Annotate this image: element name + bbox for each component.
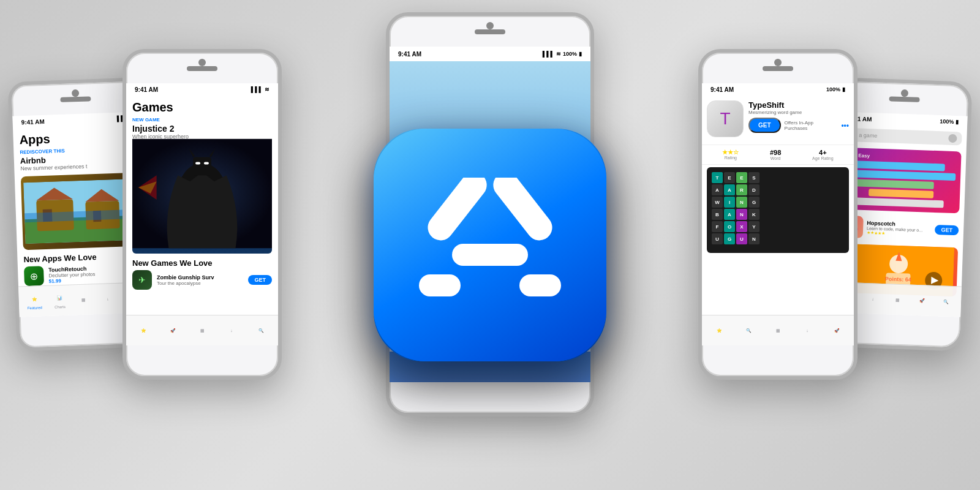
featured-icon-4: ⭐ [713, 325, 725, 337]
zombie-icon: ✈ [132, 270, 152, 290]
word-row-4: B A N K [712, 209, 844, 220]
cell-b1: B [712, 209, 723, 220]
icons-5: 100% ▮ [940, 118, 959, 125]
updates-icon-1: ↓ [102, 293, 115, 306]
icons-3: ▌▌▌ ≋ 100% ▮ [543, 51, 582, 57]
typeshift-icon: T [707, 100, 744, 137]
tab-layers-4[interactable]: ▦ [772, 325, 784, 337]
svg-text:Points: 64: Points: 64 [885, 276, 911, 282]
battery-icon-3: ▮ [579, 51, 582, 57]
tab-charts-1[interactable]: 📊 Charts [53, 292, 66, 309]
tab-games-2[interactable]: 🚀 [167, 325, 179, 337]
time-2: 9:41 AM [135, 86, 158, 93]
tab-featured-2[interactable]: ⭐ [137, 325, 149, 337]
charts-icon-1: 📊 [53, 292, 66, 305]
charts-label-1: Charts [55, 305, 66, 309]
color-section: ade Easy ▶ [842, 148, 961, 214]
word-row-2: A A R D [712, 184, 844, 195]
cell-a3: A [724, 209, 735, 220]
tab-updates-4[interactable]: ↓ [801, 325, 813, 337]
cell-f1: F [712, 221, 723, 232]
typeshift-get-button[interactable]: GET [748, 118, 781, 133]
phones-container: 9:41 AM ▌▌ ≋ Apps REDISCOVER THIS Airbnb… [0, 0, 980, 490]
tab-featured-1[interactable]: ⭐ Featured [27, 293, 42, 310]
stat-rank: #98 Word [770, 149, 781, 160]
games-label: NEW GAME [132, 117, 272, 123]
svg-rect-30 [452, 244, 528, 266]
color-bar-3 [848, 179, 934, 189]
featured-icon-1: ⭐ [28, 293, 41, 306]
layers-icon-5: ▦ [891, 293, 904, 306]
time-4: 9:41 AM [710, 86, 734, 93]
svg-rect-11 [193, 157, 211, 176]
cell-n1: N [736, 197, 747, 208]
tab-charts-5[interactable]: ↓ [867, 293, 880, 306]
tab-featured-4[interactable]: ⭐ [713, 325, 725, 337]
time-1: 9:41 AM [21, 118, 44, 125]
word-row-5: F O X Y [712, 221, 844, 232]
touchretouch-icon: ⊕ [24, 266, 44, 286]
rank-value: #98 [770, 149, 781, 156]
tropical-scene-svg [23, 179, 135, 244]
cell-k1: K [748, 209, 760, 220]
cell-s1: S [748, 172, 760, 183]
tab-search-4[interactable]: 🔍 [742, 325, 755, 337]
color-bar-4 [869, 189, 933, 198]
zombie-get-button[interactable]: GET [248, 275, 272, 285]
zombie-name: Zombie Gunship Surv [157, 274, 243, 281]
typeshift-info: TypeShift Mesmerizing word game GET Offe… [748, 100, 849, 133]
hopscotch-info: Hopscotch Learn to code, make your o... … [867, 220, 932, 238]
clear-icon-5 [948, 134, 957, 143]
status-bar-4: 9:41 AM 100% ▮ [702, 83, 854, 96]
tab-updates-5[interactable]: 🚀 [916, 294, 929, 307]
search-icon-5b: 🔍 [940, 295, 953, 308]
battery-icon-5: ▮ [956, 119, 959, 125]
cell-a1: A [712, 184, 723, 195]
apps-title: Apps [19, 129, 135, 148]
tab-search-5[interactable]: 🔍 [940, 295, 953, 308]
search-icon-2: 🔍 [255, 325, 267, 337]
zombie-row: ✈ Zombie Gunship Surv Tour the apocalyps… [132, 270, 272, 290]
search-placeholder-5: a game [859, 132, 877, 139]
charts-icon-4: 🚀 [831, 325, 843, 337]
tab-layers-2[interactable]: ▦ [196, 325, 208, 337]
search-icon-4: 🔍 [742, 325, 755, 337]
stat-stars: ★★☆ Rating [722, 149, 739, 160]
tab-layers-5[interactable]: ▦ [891, 293, 904, 306]
tab-updates-2[interactable]: ↓ [225, 325, 238, 337]
cell-n2: N [748, 233, 760, 244]
hopscotch-get-button[interactable]: GET [935, 225, 959, 235]
tab-bar-2: ⭐ 🚀 ▦ ↓ 🔍 [126, 315, 278, 345]
svg-rect-32 [519, 274, 561, 296]
stars-value: ★★☆ [722, 149, 739, 156]
typeshift-more-button[interactable]: ••• [841, 121, 849, 130]
icons-4: 100% ▮ [826, 86, 845, 92]
time-3: 9:41 AM [398, 51, 421, 58]
games-icon-2: 🚀 [167, 325, 179, 337]
layers-icon-4: ▦ [772, 325, 784, 337]
updates-icon-5: 🚀 [916, 294, 929, 307]
cell-t1: T [712, 172, 723, 183]
stat-age: 4+ Age Rating [812, 149, 834, 160]
tab-charts-4[interactable]: 🚀 [831, 325, 843, 337]
speaker-1 [60, 96, 91, 102]
cell-x1: X [736, 221, 747, 232]
tab-search-2[interactable]: 🔍 [255, 325, 267, 337]
svg-rect-14 [195, 162, 200, 164]
screen-4: 9:41 AM 100% ▮ T TypeShift Mesmerizing w… [702, 83, 854, 345]
cell-e1: E [724, 172, 735, 183]
color-bars-container: ▶ [847, 160, 956, 208]
search-bar[interactable]: 🔍 a game [844, 128, 962, 146]
tab-layers-1[interactable]: ▦ [78, 293, 91, 306]
battery-5: 100% [940, 118, 954, 125]
speaker-2 [187, 66, 217, 71]
color-bar-5 [847, 197, 944, 208]
cell-y1: Y [748, 221, 760, 232]
tab-updates-1[interactable]: ↓ [102, 293, 115, 306]
cell-u2: U [736, 233, 747, 244]
zombie-symbol: ✈ [138, 275, 146, 285]
made-easy-label: ade Easy [848, 153, 956, 162]
battery-3: 100% [563, 51, 577, 57]
new-games-title: New Games We Love [132, 258, 272, 268]
typeshift-iap: Offers In-App Purchases [785, 120, 838, 131]
